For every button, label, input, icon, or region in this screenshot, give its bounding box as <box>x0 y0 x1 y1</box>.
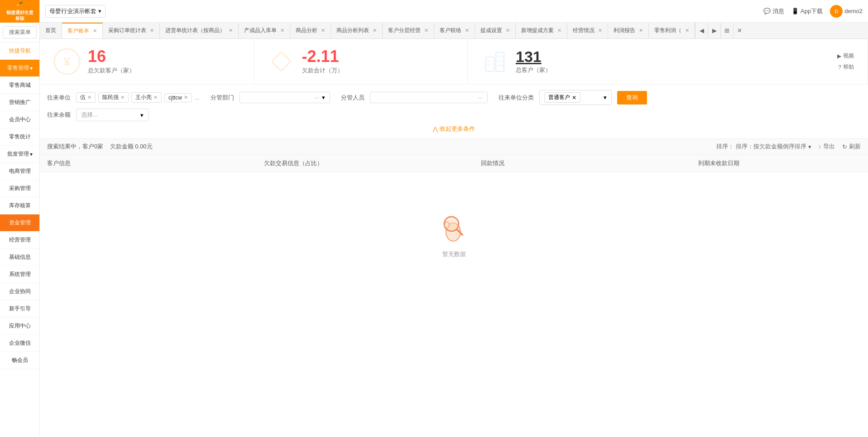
tab-close-icon[interactable]: ✕ <box>229 28 233 33</box>
result-actions: 排序： 排序：按欠款金额倒序排序 ▾ ↑ 导出 ↻ 刷新 <box>716 142 861 151</box>
sidebar-item-quick-nav[interactable]: 快捷导航 <box>0 43 39 60</box>
sidebar-item-marketing[interactable]: 营销推广 <box>0 94 39 111</box>
sidebar-item-system[interactable]: 系统管理 <box>0 266 39 283</box>
tag-close-wu[interactable]: ✕ <box>87 95 91 100</box>
sidebar-logo: 🍊 畅捷通好生意 标版 <box>0 0 39 23</box>
tab-close-icon[interactable]: ✕ <box>373 28 377 33</box>
tag-close-unit-class[interactable]: ✕ <box>572 95 576 101</box>
account-label: 母婴行业演示帐套 <box>49 7 96 15</box>
sidebar-item-purchase[interactable]: 采购管理 <box>0 180 39 197</box>
dept-select[interactable]: ··· ▾ <box>240 92 330 103</box>
tag-close-wang[interactable]: ✕ <box>153 95 158 100</box>
sidebar-item-retail-stats[interactable]: 零售统计 <box>0 128 39 146</box>
tab-close-icon[interactable]: ✕ <box>321 28 325 33</box>
account-dropdown[interactable]: 母婴行业演示帐套 ▾ <box>45 5 106 18</box>
tab-retail-profit[interactable]: 零售利润（ ✕ <box>649 23 695 39</box>
balance-select[interactable]: 选择... ▾ <box>76 109 149 121</box>
unit-class-select[interactable]: 普通客户 ✕ ▾ <box>539 90 612 105</box>
sidebar-item-finance[interactable]: 资金管理 <box>0 214 39 232</box>
tab-product-analysis-list[interactable]: 商品分析列表 ✕ <box>331 23 383 39</box>
tab-operations[interactable]: 经营情况 ✕ <box>567 23 608 39</box>
tag-close-chen[interactable]: ✕ <box>120 95 125 100</box>
sidebar-item-newbie[interactable]: 新手引导 <box>0 300 39 318</box>
tab-profit-report[interactable]: 利润报告 ✕ <box>608 23 649 39</box>
sidebar-item-enterprise[interactable]: 企业协同 <box>0 283 39 300</box>
unit-class-tag[interactable]: 普通客户 ✕ <box>544 92 580 103</box>
query-button[interactable]: 查询 <box>617 91 647 104</box>
tab-production-inbound[interactable]: 产成品入库单 ✕ <box>239 23 290 39</box>
sort-dropdown-icon: ▾ <box>808 143 811 150</box>
tab-close-icon[interactable]: ✕ <box>598 28 602 33</box>
sort-select[interactable]: 排序： 排序：按欠款金额倒序排序 ▾ <box>716 142 811 151</box>
tab-home[interactable]: 首页 <box>40 23 62 39</box>
filter-tag-wang[interactable]: 王小亮 ✕ <box>131 92 162 103</box>
tab-close-icon[interactable]: ✕ <box>424 28 428 33</box>
main-area: 母婴行业演示帐套 ▾ 💬 消息 📱 App下载 D demo2 首页 客户账本 … <box>40 0 868 437</box>
sidebar-item-basic-info[interactable]: 基础信息 <box>0 249 39 266</box>
tab-customer-contact[interactable]: 客户联络 ✕ <box>434 23 475 39</box>
stat-label-3: 总客户（家） <box>516 66 551 74</box>
tab-purchase-order-stats[interactable]: 采购订单统计表 ✕ <box>103 23 160 39</box>
tab-product-analysis[interactable]: 商品分析 ✕ <box>290 23 331 39</box>
tab-close-icon[interactable]: ✕ <box>93 28 97 34</box>
sidebar-item-retail-mall[interactable]: 零售商城 <box>0 77 39 94</box>
collapse-button[interactable]: ⋀ 收起更多条件 <box>433 125 475 133</box>
tab-nav-close-all[interactable]: ✕ <box>733 23 746 39</box>
search-menu-button[interactable]: 搜索菜单 <box>3 26 37 38</box>
message-button[interactable]: 💬 消息 <box>763 7 784 15</box>
tab-close-icon[interactable]: ✕ <box>506 28 510 33</box>
svg-rect-2 <box>271 52 290 71</box>
building-icon <box>481 48 508 75</box>
sidebar-item-wholesale[interactable]: 批发管理▾ <box>0 146 39 163</box>
tab-nav-left[interactable]: ◀ <box>695 23 708 39</box>
export-button[interactable]: ↑ 导出 <box>819 142 835 151</box>
tab-commission-setting[interactable]: 提成设置 ✕ <box>475 23 516 39</box>
sidebar-search-area: 搜索菜单 <box>0 23 39 43</box>
tab-customer-tier[interactable]: 客户分层经营 ✕ <box>383 23 434 39</box>
tab-nav-expand[interactable]: ⊞ <box>720 23 733 39</box>
filter-area: 往来单位 伍 ✕ 陈民强 ✕ 王小亮 ✕ cjttcw <box>40 85 868 139</box>
user-menu[interactable]: D demo2 <box>830 5 863 18</box>
export-icon: ↑ <box>819 143 822 150</box>
sidebar-item-inventory[interactable]: 库存核算 <box>0 197 39 214</box>
tag-close-cjttcw[interactable]: ✕ <box>184 95 188 100</box>
sidebar-item-ecommerce[interactable]: 电商管理 <box>0 163 39 180</box>
sidebar-item-retail-mgmt[interactable]: 零售管理▾ <box>0 60 39 77</box>
col-customer-info: 客户信息 <box>47 159 264 167</box>
tab-close-icon[interactable]: ✕ <box>557 28 561 33</box>
tab-close-icon[interactable]: ✕ <box>685 28 689 33</box>
tab-nav-right[interactable]: ▶ <box>708 23 720 39</box>
stat-label-1: 总欠款客户（家） <box>88 66 135 75</box>
sidebar-item-vip[interactable]: 畅会员 <box>0 352 39 369</box>
sidebar-item-member-center[interactable]: 会员中心 <box>0 111 39 128</box>
tab-close-icon[interactable]: ✕ <box>150 28 154 33</box>
stat-label-2: 欠款合计（万） <box>302 66 343 75</box>
filter-tag-wu[interactable]: 伍 ✕ <box>76 92 96 103</box>
tab-customer-ledger[interactable]: 客户账本 ✕ <box>62 23 103 39</box>
filter-tag-chen[interactable]: 陈民强 ✕ <box>98 92 129 103</box>
content-area: ¥ 16 总欠款客户（家） -2.11 欠款合计（万） <box>40 39 868 437</box>
refresh-icon: ↻ <box>842 143 847 150</box>
filter-tag-cjttcw[interactable]: cjttcw ✕ <box>164 93 192 102</box>
filter-more-tags[interactable]: ... <box>195 94 200 101</box>
sidebar-item-app-center[interactable]: 应用中心 <box>0 318 39 335</box>
filter-tags: 伍 ✕ 陈民强 ✕ 王小亮 ✕ cjttcw ✕ ... <box>76 92 200 103</box>
tab-purchase-stats-product[interactable]: 进货单统计表（按商品） ✕ <box>160 23 239 39</box>
tab-add-commission[interactable]: 新增提成方案 ✕ <box>516 23 567 39</box>
dept-more-icon: ··· <box>314 94 319 101</box>
help-action[interactable]: ? 帮助 <box>838 63 854 71</box>
refresh-button[interactable]: ↻ 刷新 <box>842 142 861 151</box>
person-input[interactable]: ··· <box>370 92 488 103</box>
app-download-button[interactable]: 📱 App下载 <box>791 7 823 15</box>
video-action[interactable]: ▶ 视频 <box>837 52 854 60</box>
sidebar-item-ops[interactable]: 经营管理 <box>0 232 39 249</box>
svg-rect-12 <box>501 64 504 66</box>
stat-text-1: 16 总欠款客户（家） <box>88 48 135 75</box>
unit-label: 往来单位 <box>47 94 71 102</box>
tab-close-icon[interactable]: ✕ <box>639 28 643 33</box>
svg-rect-6 <box>488 64 490 66</box>
sidebar-item-wechat[interactable]: 企业微信 <box>0 335 39 352</box>
tab-close-icon[interactable]: ✕ <box>465 28 469 33</box>
filter-row-2: 往来余额 选择... ▾ <box>47 109 861 121</box>
tab-close-icon[interactable]: ✕ <box>280 28 284 33</box>
